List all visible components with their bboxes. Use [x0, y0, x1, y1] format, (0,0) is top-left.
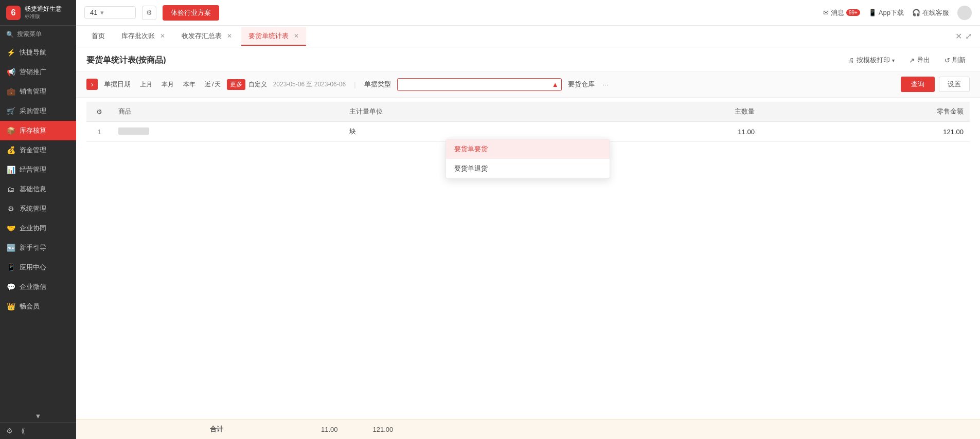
export-action[interactable]: ↗ 导出 [905, 53, 934, 67]
sidebar-item-label: 新手引导 [20, 243, 46, 252]
shortcut-more[interactable]: 更多 [227, 79, 245, 90]
footer-label: 合计 [210, 425, 223, 434]
type-chevron-icon[interactable]: ▲ [552, 81, 559, 88]
sidebar-item-guide[interactable]: 🆕 新手引导 [0, 238, 76, 258]
sidebar-search[interactable]: 🔍 搜索菜单 [0, 26, 76, 43]
online-service-action[interactable]: 🎧 在线客服 [912, 8, 949, 17]
th-unit: 主计量单位 [343, 102, 588, 122]
close-all-icon[interactable]: ✕ [955, 31, 962, 41]
shortcut-this-year[interactable]: 本年 [180, 79, 199, 90]
cell-product [112, 122, 343, 142]
th-product: 商品 [112, 102, 343, 122]
table-wrap: ⚙ 商品 主计量单位 主数量 零售金额 1 块 11.00 [76, 102, 980, 142]
print-chevron-icon: ▾ [892, 58, 895, 63]
print-action[interactable]: 🖨 按模板打印 ▾ [844, 53, 899, 67]
th-amount: 零售金额 [761, 102, 970, 122]
store-name: 41 [90, 9, 97, 16]
tab-home[interactable]: 首页 [84, 27, 112, 46]
app-download-label: App下载 [879, 8, 904, 17]
service-icon: 🎧 [912, 9, 920, 16]
gear-icon: ⚙ [146, 9, 152, 16]
operation-icon: 📊 [6, 165, 15, 174]
sidebar-item-label: 基础信息 [20, 185, 46, 194]
search-icon: 🔍 [6, 31, 14, 38]
trial-button[interactable]: 体验行业方案 [163, 5, 219, 21]
settings-button[interactable]: ⚙ [142, 6, 156, 20]
settings-icon[interactable]: ⚙ [6, 427, 13, 435]
th-settings[interactable]: ⚙ [86, 102, 112, 122]
sidebar-item-collab[interactable]: 🤝 企业协同 [0, 218, 76, 238]
inventory-icon: 📦 [6, 126, 15, 135]
warehouse-dots-icon[interactable]: ··· [603, 81, 609, 88]
data-table: ⚙ 商品 主计量单位 主数量 零售金额 1 块 11.00 [86, 102, 970, 142]
tab-order-stat-label: 要货单统计表 [248, 31, 289, 41]
sidebar-item-member[interactable]: 👑 畅会员 [0, 297, 76, 316]
app-download-action[interactable]: 📱 App下载 [868, 8, 904, 17]
warehouse-label: 要货仓库 [568, 80, 595, 89]
tab-batch[interactable]: 库存批次账 ✕ [114, 27, 172, 46]
shortcut-prev-month[interactable]: 上月 [137, 79, 155, 90]
tab-summary[interactable]: 收发存汇总表 ✕ [174, 27, 239, 46]
sidebar-item-label: 经营管理 [20, 165, 46, 174]
dropdown-item-order-goods[interactable]: 要货单要货 [446, 139, 610, 159]
shortcut-7days[interactable]: 近7天 [202, 79, 224, 90]
app-logo: 6 畅捷通好生意 标准版 [0, 0, 76, 26]
sidebar-item-finance[interactable]: 💰 资金管理 [0, 140, 76, 160]
cell-index: 1 [86, 122, 112, 142]
set-button[interactable]: 设置 [939, 77, 970, 92]
tab-order-stat[interactable]: 要货单统计表 ✕ [241, 27, 306, 46]
shortcut-this-month[interactable]: 本月 [158, 79, 177, 90]
page-content: 要货单统计表(按商品) 🖨 按模板打印 ▾ ↗ 导出 ↺ 刷新 [76, 47, 980, 439]
sidebar-item-quick-nav[interactable]: ⚡ 快捷导航 [0, 43, 76, 62]
sidebar-item-label: 快捷导航 [20, 48, 46, 57]
sidebar-item-label: 企业协同 [20, 224, 46, 233]
type-dropdown: 要货单要货 要货单退货 [446, 139, 610, 179]
user-avatar[interactable] [957, 6, 972, 20]
header-right: ✉ 消息 99+ 📱 App下载 🎧 在线客服 [823, 6, 972, 20]
tab-order-stat-close[interactable]: ✕ [294, 32, 299, 40]
sidebar-item-label: 采购管理 [20, 106, 46, 116]
page-actions: 🖨 按模板打印 ▾ ↗ 导出 ↺ 刷新 [844, 53, 970, 67]
sidebar-item-appstore[interactable]: 📱 应用中心 [0, 258, 76, 277]
query-button[interactable]: 查询 [901, 77, 935, 92]
refresh-action[interactable]: ↺ 刷新 [940, 53, 970, 67]
export-label: 导出 [917, 56, 930, 65]
sidebar-item-label: 企业微信 [20, 282, 46, 291]
store-selector[interactable]: 41 ▾ [84, 6, 136, 19]
sidebar-item-purchase[interactable]: 🛒 采购管理 [0, 101, 76, 121]
member-icon: 👑 [6, 302, 15, 311]
dropdown-item-order-return[interactable]: 要货单退货 [446, 159, 610, 178]
notification-action[interactable]: ✉ 消息 99+ [823, 8, 860, 17]
quick-nav-icon: ⚡ [6, 48, 15, 57]
date-label: 单据日期 [104, 80, 131, 89]
footer-amount: 121.00 [373, 426, 394, 433]
tab-batch-close[interactable]: ✕ [160, 32, 165, 40]
type-input[interactable] [397, 78, 562, 91]
page-inner: 要货单统计表(按商品) 🖨 按模板打印 ▾ ↗ 导出 ↺ 刷新 [76, 47, 980, 439]
sidebar-item-operation[interactable]: 📊 经营管理 [0, 160, 76, 179]
page-title-bar: 要货单统计表(按商品) 🖨 按模板打印 ▾ ↗ 导出 ↺ 刷新 [76, 47, 980, 71]
sidebar-item-inventory[interactable]: 📦 库存核算 [0, 121, 76, 140]
wechat-icon: 💬 [6, 282, 15, 291]
sidebar-scroll-down[interactable]: ▼ [0, 410, 76, 422]
tab-bar: 首页 库存批次账 ✕ 收发存汇总表 ✕ 要货单统计表 ✕ ✕ ⤢ [76, 26, 980, 47]
collab-icon: 🤝 [6, 224, 15, 233]
app-subtitle: 标准版 [25, 13, 62, 20]
sidebar-item-label: 系统管理 [20, 204, 46, 213]
sidebar-item-marketing[interactable]: 📢 营销推广 [0, 62, 76, 82]
export-icon: ↗ [909, 57, 915, 64]
sidebar-item-wechat[interactable]: 💬 企业微信 [0, 277, 76, 297]
sidebar-item-system[interactable]: ⚙ 系统管理 [0, 199, 76, 218]
expand-filter-button[interactable]: › [86, 79, 98, 90]
tab-summary-close[interactable]: ✕ [227, 32, 232, 40]
expand-icon[interactable]: ⤢ [965, 31, 972, 41]
sidebar-item-sales[interactable]: 💼 销售管理 [0, 82, 76, 101]
finance-icon: 💰 [6, 145, 15, 155]
print-icon: 🖨 [848, 57, 854, 64]
refresh-icon: ↺ [945, 57, 950, 64]
notification-icon: ✉ [823, 9, 829, 16]
collapse-icon[interactable]: ⟪ [21, 427, 25, 435]
sidebar-item-basic[interactable]: 🗂 基础信息 [0, 179, 76, 199]
guide-icon: 🆕 [6, 243, 15, 252]
custom-date-link[interactable]: 自定义 [248, 80, 267, 89]
